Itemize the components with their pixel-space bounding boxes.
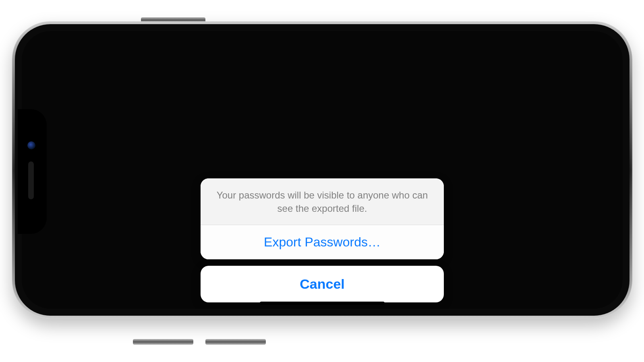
- action-sheet-card: Your passwords will be visible to anyone…: [201, 178, 444, 259]
- phone-volume-up: [133, 339, 193, 345]
- action-sheet-message: Your passwords will be visible to anyone…: [201, 178, 444, 225]
- phone-frame: Passwords EDIT id.wsj.com media: [12, 21, 632, 319]
- action-sheet: Your passwords will be visible to anyone…: [201, 178, 444, 302]
- earpiece-speaker: [28, 161, 34, 199]
- phone-volume-down: [205, 339, 266, 345]
- export-passwords-button[interactable]: Export Passwords…: [201, 225, 444, 259]
- screen: Passwords EDIT id.wsj.com media: [22, 31, 623, 309]
- cancel-button[interactable]: Cancel: [201, 266, 444, 302]
- phone-bezel: Passwords EDIT id.wsj.com media: [18, 27, 627, 313]
- front-camera: [27, 141, 35, 149]
- phone-notch: [18, 109, 47, 234]
- home-indicator[interactable]: [260, 302, 385, 305]
